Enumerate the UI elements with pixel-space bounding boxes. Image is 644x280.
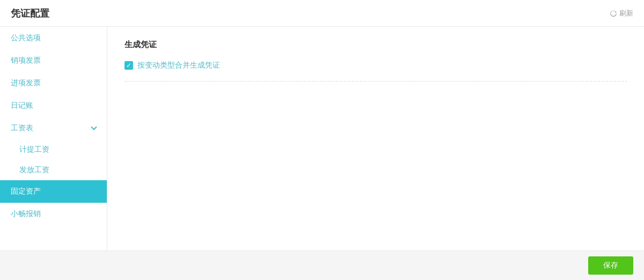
sidebar-item-payroll-calc[interactable]: 计提工资 (0, 139, 107, 160)
sidebar-item-public-options[interactable]: 公共选项 (0, 27, 107, 49)
sidebar-item-payroll-pay[interactable]: 发放工资 (0, 160, 107, 180)
merge-checkbox[interactable] (125, 61, 133, 70)
sidebar-item-label: 发放工资 (19, 165, 49, 174)
sidebar-item-purchase-invoice[interactable]: 进项发票 (0, 72, 107, 94)
divider (125, 81, 627, 82)
chevron-down-icon (91, 124, 97, 130)
header: 凭证配置 刷新 (0, 0, 644, 27)
sidebar: 公共选项 销项发票 进项发票 日记账 工资表 计提工资 发放工资 固定资产 (0, 27, 107, 250)
sidebar-item-sales-invoice[interactable]: 销项发票 (0, 49, 107, 72)
sidebar-item-payroll-table[interactable]: 工资表 (0, 117, 107, 139)
sidebar-item-journal[interactable]: 日记账 (0, 94, 107, 117)
sidebar-item-label: 销项发票 (11, 56, 41, 65)
sidebar-item-label: 工资表 (11, 123, 33, 133)
page-wrapper: 凭证配置 刷新 公共选项 销项发票 进项发票 日记账 工资表 (0, 0, 644, 280)
sidebar-item-label: 小畅报销 (11, 209, 41, 219)
sidebar-item-label: 固定资产 (11, 187, 41, 196)
sidebar-item-fixed-assets[interactable]: 固定资产 (0, 180, 107, 203)
refresh-icon (610, 10, 617, 17)
merge-checkbox-label[interactable]: 按变动类型合并生成凭证 (137, 61, 220, 70)
checkbox-row: 按变动类型合并生成凭证 (125, 61, 627, 70)
page-title: 凭证配置 (11, 7, 49, 20)
footer: 保存 (0, 250, 644, 280)
main-content: 生成凭证 按变动类型合并生成凭证 (107, 27, 644, 250)
section-title: 生成凭证 (125, 40, 627, 50)
refresh-button[interactable]: 刷新 (610, 9, 633, 18)
sidebar-item-label: 计提工资 (19, 145, 49, 153)
sidebar-item-expense-report[interactable]: 小畅报销 (0, 203, 107, 225)
sidebar-item-label: 日记账 (11, 101, 33, 110)
body: 公共选项 销项发票 进项发票 日记账 工资表 计提工资 发放工资 固定资产 (0, 27, 644, 250)
sidebar-item-label: 进项发票 (11, 78, 41, 88)
save-button[interactable]: 保存 (588, 256, 633, 275)
refresh-label: 刷新 (619, 9, 633, 18)
sidebar-item-label: 公共选项 (11, 33, 41, 43)
